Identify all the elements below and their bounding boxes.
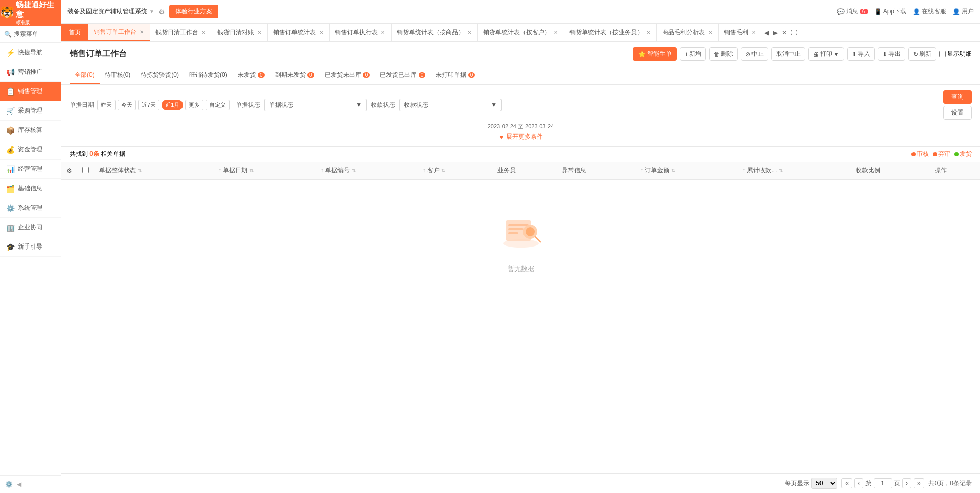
message-btn[interactable]: 💬 消息 6 [837,7,868,16]
add-btn[interactable]: + 新增 [680,47,706,61]
sidebar-item-basic-info[interactable]: 🗂️ 基础信息 [0,179,61,198]
tab-home[interactable]: 首页 [61,24,88,41]
app-download-btn[interactable]: 📱 App下载 [874,7,906,16]
show-detail-toggle[interactable]: 显示明细 [939,50,972,58]
sidebar-item-sys-mgmt[interactable]: ⚙️ 系统管理 [0,198,61,218]
tab-sales-by-product[interactable]: 销货单统计表（按商品） ✕ [392,24,478,41]
sort-icon[interactable]: ⇅ [441,168,445,173]
page-last-btn[interactable]: » [914,478,924,488]
sort-icon[interactable]: ⇅ [671,168,675,173]
tab-cash-reconcile[interactable]: 钱货日清对账 ✕ [212,24,268,41]
stop-btn[interactable]: ⊘ 中止 [741,47,768,61]
tab-nav-prev[interactable]: ◀ [762,24,771,41]
online-service-btn[interactable]: 👤 在线客服 [913,7,946,16]
tab-close-icon[interactable]: ✕ [256,29,262,36]
cancel-stop-btn[interactable]: 取消中止 [771,47,805,61]
sort-icon[interactable]: ⇅ [249,168,254,173]
tab-sales-by-staff[interactable]: 销货单统计表（按业务员） ✕ [564,24,657,41]
date-7days-btn[interactable]: 近7天 [138,100,159,110]
tab-close-icon[interactable]: ✕ [200,29,207,36]
tab-sales-gross[interactable]: 销售毛利 ✕ [719,24,762,41]
page-next-btn[interactable]: › [902,478,911,488]
sidebar-item-sales-promo[interactable]: 📢 营销推广 [0,62,61,82]
tab-close-icon[interactable]: ✕ [707,29,713,36]
sidebar-search[interactable]: 🔍 搜索菜单 [0,26,61,43]
status-tab-shipped-out[interactable]: 已发货已出库 0 [375,66,430,84]
sidebar-item-sales-mgmt[interactable]: 📋 销售管理 [0,82,61,101]
tab-expand[interactable]: ⛶ [789,24,799,41]
tab-cash-daily[interactable]: 钱货日清工作台 ✕ [150,24,212,41]
sidebar-item-enterprise[interactable]: 🏢 企业协同 [0,218,61,237]
tab-close-icon[interactable]: ✕ [466,29,472,36]
tab-gross-profit[interactable]: 商品毛利分析表 ✕ [657,24,719,41]
status-tab-pending-inspection[interactable]: 待拣货验货(0) [135,66,184,84]
date-1month-btn[interactable]: 近1月 [162,100,183,110]
tab-close-icon[interactable]: ✕ [318,29,324,36]
tab-close-icon[interactable]: ✕ [139,28,145,36]
delete-btn[interactable]: 🗑 删除 [709,47,738,61]
tab-close-icon[interactable]: ✕ [645,29,651,36]
sidebar-item-purchase-mgmt[interactable]: 🛒 采购管理 [0,101,61,121]
sort-icon[interactable]: ⇅ [352,168,356,173]
cancel-review-btn[interactable]: 弃审 [933,150,950,159]
th-gear[interactable]: ⚙ [61,162,77,180]
date-today-btn[interactable]: 今天 [118,100,136,110]
sidebar-item-guide[interactable]: 🎓 新手引导 [0,237,61,257]
horizontal-scrollbar[interactable] [61,467,980,473]
status-tab-wangpu[interactable]: 旺铺待发货(0) [184,66,233,84]
th-checkbox[interactable] [77,162,94,180]
tab-sales-workbench[interactable]: 销售订单工作台 ✕ [88,24,150,41]
settings-gear-icon[interactable]: ⚙ [158,8,165,16]
print-btn[interactable]: 🖨 打印 ▼ [808,47,844,61]
tab-close-icon[interactable]: ✕ [553,29,559,36]
system-selector[interactable]: 装备及固定资产辅助管理系统 ▼ [67,7,154,16]
tab-nav-next[interactable]: ▶ [771,24,780,41]
table-scroll[interactable]: ⚙ 单据整体状态 ⇅ ↑ 单据日期 ⇅ [61,162,980,467]
sidebar-item-quick-nav[interactable]: ⚡ 快捷导航 [0,43,61,62]
refresh-btn[interactable]: ↻ 刷新 [908,47,936,61]
status-tab-not-printed[interactable]: 未打印单据 0 [430,66,480,84]
expand-btn[interactable]: ▼ 展开更多条件 [498,132,543,141]
import-btn[interactable]: ⬆ 导入 [847,47,875,61]
set-btn[interactable]: 设置 [943,106,972,120]
export-btn[interactable]: ⬇ 导出 [878,47,905,61]
sort-icon[interactable]: ⇅ [138,168,142,173]
sidebar-item-inventory[interactable]: 📦 库存核算 [0,121,61,140]
status-tab-not-shipped[interactable]: 未发货 0 [233,66,270,84]
date-yesterday-btn[interactable]: 昨天 [97,100,116,110]
page-first-btn[interactable]: « [841,478,852,488]
tab-close-all[interactable]: ✕ [780,24,789,41]
tab-close-icon[interactable]: ✕ [380,29,386,36]
payment-filter-select[interactable]: 收款状态 ▼ [399,99,502,111]
sort-icon[interactable]: ⇅ [779,168,783,173]
sidebar-item-finance[interactable]: 💰 资金管理 [0,140,61,160]
status-tab-all[interactable]: 全部(0) [70,66,100,84]
tab-sales-exec[interactable]: 销售订单执行表 ✕ [330,24,392,41]
filter-area: 单据日期 昨天 今天 近7天 近1月 更多 自定义 单据状态 单据状态 ▼ [61,85,980,147]
star-icon: ⭐ [638,51,646,58]
review-btn[interactable]: 审核 [911,150,929,159]
status-tab-overdue[interactable]: 到期未发货 0 [270,66,320,84]
page-prev-btn[interactable]: ‹ [854,478,863,488]
tab-sales-stats[interactable]: 销售订单统计表 ✕ [268,24,330,41]
tab-close-icon[interactable]: ✕ [750,29,757,36]
trial-btn[interactable]: 体验行业方案 [169,5,218,18]
show-detail-checkbox[interactable] [939,51,946,57]
user-btn[interactable]: 👤 用户 [952,7,974,16]
collapse-icon[interactable]: ◀ [17,481,21,488]
sidebar-item-operations[interactable]: 📊 经营管理 [0,160,61,179]
status-tab-shipped-not-warehouse[interactable]: 已发货未出库 0 [320,66,375,84]
settings-icon[interactable]: ⚙️ [5,481,13,488]
query-btn[interactable]: 查询 [943,90,972,104]
tab-sales-by-customer[interactable]: 销货单统计表（按客户） ✕ [478,24,564,41]
page-input[interactable] [874,478,892,488]
select-all-checkbox[interactable] [82,167,89,173]
ship-btn[interactable]: 发货 [954,150,972,159]
per-page-select[interactable]: 10 20 50 100 [811,478,837,489]
status-filter-select[interactable]: 单据状态 ▼ [264,99,367,111]
date-more-btn[interactable]: 更多 [185,100,203,110]
message-icon: 💬 [837,8,845,15]
status-tab-pending-review[interactable]: 待审核(0) [100,66,136,84]
date-custom-btn[interactable]: 自定义 [206,100,230,110]
smart-generate-btn[interactable]: ⭐ 智能生单 [633,47,677,61]
